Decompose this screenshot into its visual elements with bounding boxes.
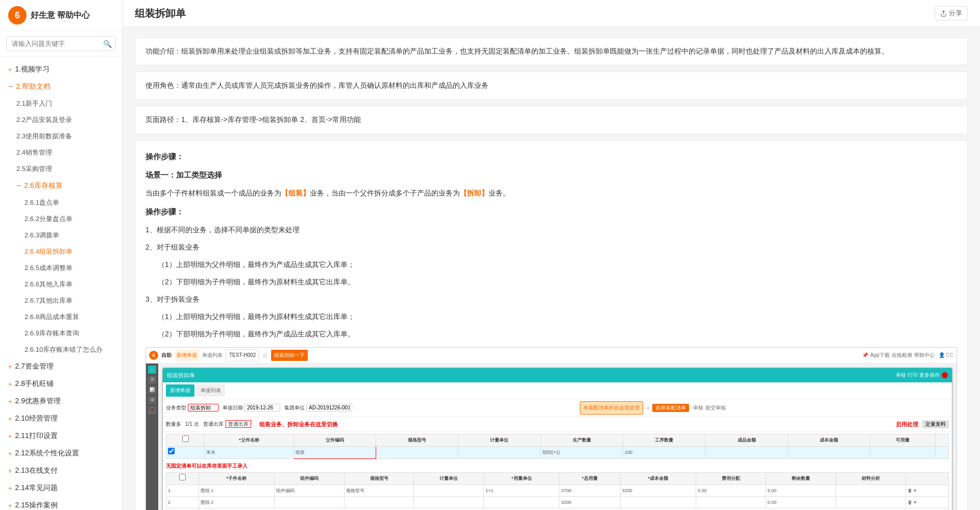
sidebar-item-online-pay[interactable]: + 2.13在线支付 [0, 462, 122, 479]
outer-orange-btn[interactable]: 组装拆卸一下 [271, 350, 308, 361]
expand-icon-coupon: + [8, 398, 12, 405]
outer-new-btn[interactable]: 新增单据 [175, 350, 199, 361]
search-icon[interactable]: 🔍 [103, 40, 112, 48]
select-assembly-btn[interactable]: 选择装配清单 [652, 404, 689, 412]
cell-checkbox [166, 446, 205, 458]
search-input[interactable] [6, 36, 116, 51]
close-button[interactable] [942, 372, 948, 378]
form-billno-input[interactable] [306, 404, 352, 411]
sidebar-item-new[interactable]: 2.1新手入门 [0, 95, 122, 112]
form-group-date: 单据日期 [223, 403, 280, 413]
second-form-row: 数量多 1/1 次 普通出库 普通出库 组装业务、拆卸业务在这里切换 启用处理 [163, 417, 952, 432]
quota-btn[interactable]: 定量发料 [922, 420, 949, 428]
lcol-unit: 计量单位 [414, 472, 484, 484]
sidebar-item-ops[interactable]: + 2.10经营管理 [0, 410, 122, 427]
side-icon-docs[interactable]: ☰ [148, 376, 156, 384]
cell-spec [376, 446, 458, 458]
sidebar-item-purchase[interactable]: 2.5采购管理 [0, 161, 122, 177]
side-icon-settings[interactable]: ⚙ [148, 396, 156, 404]
app-screenshot-frame: 6 自助 新增单据 单据列表 TEST-H002 ⚙ 组装拆卸一下 📌 App下… [145, 347, 957, 510]
collapse-icon: − [8, 83, 13, 91]
sidebar-item-coupon[interactable]: + 2.9优惠券管理 [0, 393, 122, 410]
lower-table-header: *子件名称 组件编码 规格型号 计量单位 *用量单位 *总用量 *成本金额 [166, 472, 949, 484]
expand-icon-mobile: + [8, 380, 12, 388]
sidebar-item-sales[interactable]: 2.4销售管理 [0, 144, 122, 161]
side-nav-icons: ⌂ ☰ 📊 ⚙ ⚑ [146, 363, 158, 510]
assembly-step1: （1）上部明细为父件明细，最终作为产成品生成其它入库单； [145, 257, 957, 272]
outer-list-btn[interactable]: 单据列表 [202, 350, 223, 360]
col-unit: 计量单位 [458, 434, 541, 446]
sidebar-item-data-prep[interactable]: 2.3使用前数据准备 [0, 128, 122, 144]
step1: 1、根据不同的业务，选择不同单据的类型来处理 [145, 223, 957, 237]
annotation-enable-text: 启用处理 [896, 419, 918, 430]
cell-unit [458, 446, 541, 458]
operations-section: 操作步骤： 场景一：加工类型选择 当由多个子件材料组装成一个成品的业务为【组装】… [135, 140, 968, 510]
tab-new-doc[interactable]: 新增单据 [166, 384, 194, 397]
steps-label: 操作步骤： [145, 204, 957, 220]
sidebar-item-docs[interactable]: − 2.帮助文档 [0, 78, 122, 95]
select-all-lower[interactable] [179, 474, 186, 480]
side-icon-flag[interactable]: ⚑ [148, 406, 156, 415]
lcol-spec: 规格型号 [344, 472, 414, 484]
sidebar-header: 6 好生意 帮助中心 [0, 0, 122, 31]
side-icon-chart[interactable]: 📊 [148, 386, 156, 394]
sidebar-item-transfer[interactable]: 2.6.3调拨单 [0, 227, 122, 244]
sidebar-item-product-cost[interactable]: 2.6.8商品成本重算 [0, 309, 122, 325]
col-available: 可用量 [870, 434, 936, 446]
col-process-qty: 工序数量 [623, 434, 705, 446]
sidebar-item-stocktake[interactable]: 2.6.1盘点单 [0, 195, 122, 211]
sidebar-item-assembly[interactable]: 2.6.4组装拆卸单 [0, 244, 122, 260]
sidebar-item-split-stocktake[interactable]: 2.6.2分量盘点单 [0, 211, 122, 227]
inner-title-text: 组装拆卸单 [167, 370, 195, 381]
col-produce-qty: 生产数量 [541, 434, 623, 446]
content-area: 功能介绍：组装拆卸单用来处理企业组装或拆卸等加工业务，支持有固定装配清单的产品加… [122, 27, 980, 510]
brand-logo: 6 [8, 6, 27, 25]
sidebar-item-print[interactable]: + 2.11打印设置 [0, 427, 122, 445]
lower-row-3: 3 🗑 ✕ [166, 508, 949, 510]
sidebar-item-other-out[interactable]: 2.6.7其他出库单 [0, 293, 122, 309]
cell-parent-name: 米木 [205, 446, 294, 458]
form-type-input[interactable] [188, 404, 218, 411]
inner-window-wrap: 组装拆卸单 审核 打印 更多操作 新增单据 单据列表 [158, 363, 957, 510]
share-button[interactable]: 分享 [935, 6, 968, 20]
lcol-code: 组件编码 [274, 472, 344, 484]
outer-topbar: 6 自助 新增单据 单据列表 TEST-H002 ⚙ 组装拆卸一下 📌 App下… [146, 348, 957, 363]
sidebar-item-cost-adjust[interactable]: 2.6.5成本调整单 [0, 260, 122, 276]
form-group-billno: 集团单位 [284, 403, 352, 413]
cell-parent-code: 组装 [293, 446, 376, 458]
form-date-input[interactable] [244, 404, 280, 411]
lcol-sub-name: *子件名称 [199, 472, 274, 484]
col-checkbox [166, 434, 205, 446]
topbar-icons: 📌 App下载 在线检测 帮助中心 👤 CC [862, 350, 953, 360]
remark-box[interactable]: 普通出库 [226, 420, 251, 428]
sidebar-item-stock-error[interactable]: 2.6.10库存账本错了怎么办 [0, 342, 122, 358]
submit-btn-text[interactable]: 提交审核 [705, 403, 726, 413]
upper-table-header: *父件名称 父件编码 规格型号 计量单位 生产数量 工序数量 成品金额 [166, 434, 949, 446]
upper-table-row-1: 米木 组装 组织(+1) 100 [166, 446, 949, 458]
sidebar-item-custom[interactable]: + 2.12系统个性化设置 [0, 445, 122, 462]
scene1-intro: 当由多个子件材料组装成一个成品的业务为【组装】业务，当由一个父件拆分成多个子产品… [145, 186, 957, 200]
sidebar-item-mobile[interactable]: + 2.8手机旺铺 [0, 375, 122, 393]
cell-product-amount [705, 446, 788, 458]
sidebar-item-other-in[interactable]: 2.6.6其他入库单 [0, 276, 122, 293]
step2-label: 2、对于组装业务 [145, 240, 957, 254]
approve-btn-text[interactable]: 审核 [693, 403, 703, 413]
sidebar-item-finance[interactable]: + 2.7资金管理 [0, 358, 122, 375]
nav-list: + 1.视频学习 − 2.帮助文档 2.1新手入门 2.2产品安装及登录 2.3… [0, 57, 122, 510]
sidebar-item-stock-check[interactable]: 2.6.9库存账本查询 [0, 325, 122, 342]
sidebar-item-video[interactable]: + 1.视频学习 [0, 61, 122, 78]
main-header: 组装拆卸单 分享 [122, 0, 980, 27]
side-icon-home[interactable]: ⌂ [148, 366, 156, 374]
tab-doc-list[interactable]: 单据列表 [197, 384, 225, 397]
expand-icon-ops: + [8, 415, 12, 423]
row-checkbox[interactable] [168, 448, 175, 454]
sidebar-item-faq[interactable]: + 2.14常见问题 [0, 479, 122, 497]
sidebar-item-cases[interactable]: + 2.15操作案例 [0, 497, 122, 510]
sidebar-item-install[interactable]: 2.2产品安装及登录 [0, 112, 122, 128]
expand-icon-finance: + [8, 363, 12, 371]
sidebar-item-inventory[interactable]: − 2.6库存核算 [0, 177, 122, 195]
lower-annotation-area: 无固定清单可以在库存里面手工录入 [163, 461, 952, 472]
select-all-upper[interactable] [182, 435, 189, 442]
lower-row-1: 1 图纸 1 组件编码 规格型号 1+1 3700 3200 [166, 484, 949, 496]
lcol-action [905, 472, 948, 484]
